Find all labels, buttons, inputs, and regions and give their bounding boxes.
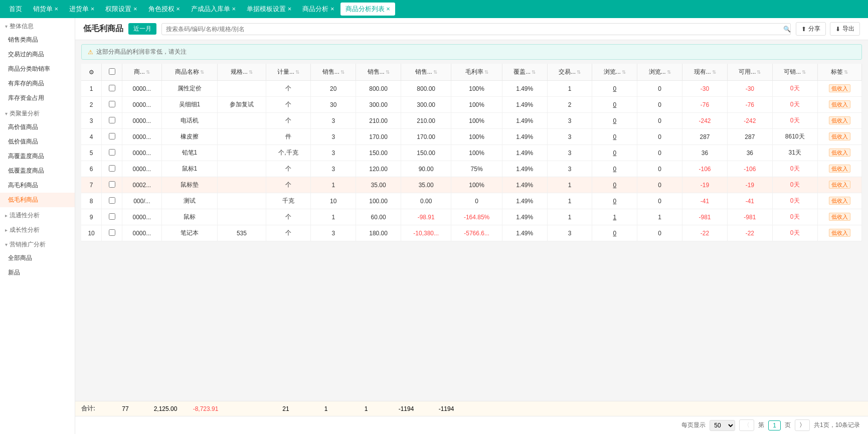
row-checkbox[interactable] (109, 229, 115, 236)
cell-transaction: 3 (547, 225, 592, 241)
cell-checkbox[interactable] (102, 225, 122, 241)
export-button[interactable]: ⬇ 导出 (830, 22, 860, 36)
sidebar-group-marketing[interactable]: ▾ 营销推广分析 (0, 236, 75, 251)
footer-spacer1 (226, 405, 266, 412)
col-sellable[interactable]: 可销...⇅ (772, 64, 817, 81)
cell-view1[interactable]: 1 (592, 209, 637, 225)
cell-view1[interactable]: 0 (592, 161, 637, 177)
col-view1[interactable]: 浏览...⇅ (592, 64, 637, 81)
cell-tag: 低收入 (817, 209, 861, 225)
nav-analysis[interactable]: 商品分析 × (297, 3, 339, 16)
search-input[interactable] (161, 23, 791, 35)
col-checkbox[interactable] (102, 64, 122, 81)
row-checkbox[interactable] (109, 117, 115, 123)
row-checkbox[interactable] (109, 197, 115, 204)
col-unit[interactable]: 计量...⇅ (266, 64, 311, 81)
layout: ▾ 整体信息 销售类商品 交易过的商品 商品分类助销率 有库存的商品 库存资金占… (0, 18, 868, 434)
col-coverage[interactable]: 覆盖...⇅ (502, 64, 547, 81)
sidebar-item-sales-products[interactable]: 销售类商品 (0, 33, 75, 47)
nav-products[interactable]: 产成品入库单 × (186, 3, 241, 16)
col-sales-price[interactable]: 销售...⇅ (356, 64, 401, 81)
col-name[interactable]: 商品名称⇅ (161, 64, 218, 81)
sidebar-item-capital[interactable]: 库存资金占用 (0, 91, 75, 105)
cell-current: -242 (682, 113, 728, 129)
col-gross-margin[interactable]: 毛利率⇅ (451, 64, 502, 81)
sidebar-group-flow[interactable]: ▸ 流通性分析 (0, 207, 75, 222)
cell-name: 测试 (161, 193, 218, 209)
cell-checkbox[interactable] (102, 113, 122, 129)
nav-purchase[interactable]: 进货单 × (64, 3, 99, 16)
nav-templates[interactable]: 单据模板设置 × (242, 3, 296, 16)
row-checkbox[interactable] (109, 213, 115, 220)
nav-sales[interactable]: 销货单 × (28, 3, 63, 16)
next-page-button[interactable]: 〉 (795, 419, 810, 431)
sidebar-item-low-coverage[interactable]: 低覆盖度商品 (0, 164, 75, 178)
cell-no: 7 (81, 177, 102, 193)
cell-checkbox[interactable] (102, 97, 122, 113)
sidebar-item-traded[interactable]: 交易过的商品 (0, 47, 75, 62)
sidebar-item-low-margin[interactable]: 低毛利商品 (0, 193, 75, 207)
row-checkbox[interactable] (109, 165, 115, 172)
row-checkbox[interactable] (109, 101, 115, 107)
cell-sales-amount: 300.00 (401, 97, 451, 113)
cell-code: 0000... (122, 145, 161, 161)
cell-available: -981 (727, 209, 772, 225)
cell-view1[interactable]: 0 (592, 81, 637, 97)
cell-view1[interactable]: 0 (592, 113, 637, 129)
cell-view1[interactable]: 0 (592, 193, 637, 209)
col-spec[interactable]: 规格...⇅ (218, 64, 266, 81)
cell-available: -22 (727, 225, 772, 241)
sidebar-item-high-coverage[interactable]: 高覆盖度商品 (0, 149, 75, 164)
col-available[interactable]: 可用...⇅ (727, 64, 772, 81)
cell-checkbox[interactable] (102, 177, 122, 193)
cell-view2: 0 (637, 129, 682, 145)
cell-checkbox[interactable] (102, 129, 122, 145)
sidebar-item-high-value[interactable]: 高价值商品 (0, 120, 75, 134)
sidebar-item-high-margin[interactable]: 高毛利商品 (0, 178, 75, 193)
sidebar-group-cluster[interactable]: ▾ 类聚量分析 (0, 105, 75, 120)
select-all-checkbox[interactable] (109, 68, 115, 75)
sidebar-item-new-products[interactable]: 新品 (0, 265, 75, 280)
sidebar-group-growth[interactable]: ▸ 成长性分析 (0, 222, 75, 236)
row-checkbox[interactable] (109, 149, 115, 156)
cell-checkbox[interactable] (102, 209, 122, 225)
cell-view1[interactable]: 0 (592, 225, 637, 241)
col-sales-qty[interactable]: 销售...⇅ (311, 64, 356, 81)
per-page-select[interactable]: 50 100 200 (710, 420, 735, 431)
time-filter-button[interactable]: 近一月 (128, 23, 156, 35)
row-checkbox[interactable] (109, 85, 115, 91)
cell-checkbox[interactable] (102, 81, 122, 97)
cell-checkbox[interactable] (102, 145, 122, 161)
sidebar-item-category-rate[interactable]: 商品分类助销率 (0, 62, 75, 76)
col-settings[interactable]: ⚙ (81, 64, 102, 81)
nav-permissions[interactable]: 权限设置 × (100, 3, 142, 16)
cell-no: 4 (81, 129, 102, 145)
cell-checkbox[interactable] (102, 193, 122, 209)
col-view2[interactable]: 浏览...⇅ (637, 64, 682, 81)
sidebar-item-low-value[interactable]: 低价值商品 (0, 134, 75, 149)
sidebar-item-all-products[interactable]: 全部商品 (0, 251, 75, 265)
nav-roles[interactable]: 角色授权 × (143, 3, 185, 16)
row-checkbox[interactable] (109, 181, 115, 188)
sidebar-group-overall[interactable]: ▾ 整体信息 (0, 18, 75, 33)
share-button[interactable]: ⬆ 分享 (796, 22, 826, 36)
table-row: 8 000/... 测试 千克 10 100.00 0.00 0 1.49% 1… (81, 193, 862, 209)
col-sales-amount[interactable]: 销售...⇅ (401, 64, 451, 81)
nav-analysis-list[interactable]: 商品分析列表 × (340, 3, 395, 16)
nav-home[interactable]: 首页 (4, 3, 27, 16)
prev-page-button[interactable]: 〈 (739, 419, 754, 431)
col-code[interactable]: 商...⇅ (122, 64, 161, 81)
header-actions: ⬆ 分享 ⬇ 导出 (796, 22, 860, 36)
cell-checkbox[interactable] (102, 161, 122, 177)
row-checkbox[interactable] (109, 133, 115, 139)
cell-view1[interactable]: 0 (592, 145, 637, 161)
sidebar-item-in-stock[interactable]: 有库存的商品 (0, 76, 75, 91)
col-current[interactable]: 现有...⇅ (682, 64, 728, 81)
table-header-row: ⚙ 商...⇅ 商品名称⇅ 规格...⇅ 计量...⇅ 销售...⇅ 销售...… (81, 64, 862, 81)
col-tag[interactable]: 标签⇅ (817, 64, 861, 81)
col-transaction[interactable]: 交易...⇅ (547, 64, 592, 81)
cell-view1[interactable]: 0 (592, 97, 637, 113)
cell-view1[interactable]: 0 (592, 177, 637, 193)
search-button[interactable]: 🔍 (783, 26, 791, 33)
cell-view1[interactable]: 0 (592, 129, 637, 145)
